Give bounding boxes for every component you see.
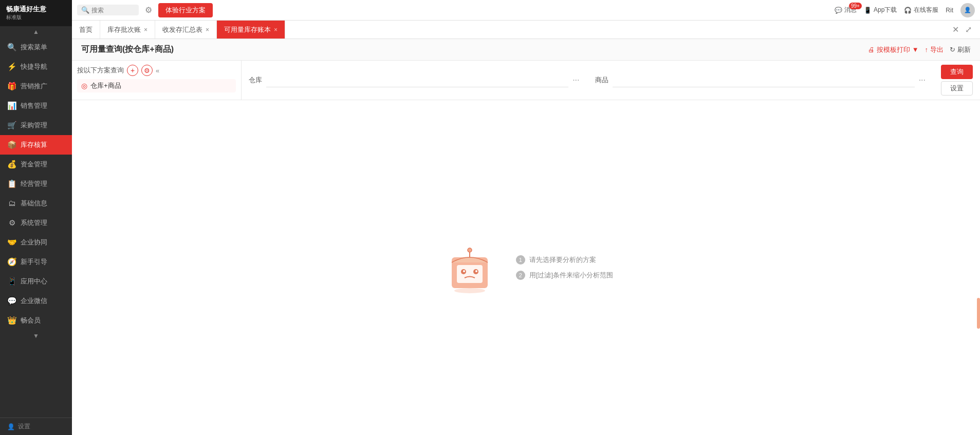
sidebar-item-operations[interactable]: 📋 经营管理 bbox=[0, 174, 72, 194]
service-icon: 🎧 bbox=[904, 7, 912, 14]
page-actions: 🖨 按模板打印 ▼ ↑ 导出 ↻ 刷新 bbox=[868, 45, 971, 54]
close-window-button[interactable]: ✕ bbox=[949, 25, 962, 34]
expand-window-button[interactable]: ⤢ bbox=[962, 25, 975, 34]
hint-text-2: 用[过滤]条件来缩小分析范围 bbox=[529, 271, 613, 280]
tab-close-1[interactable]: × bbox=[144, 26, 147, 33]
sidebar-item-onboarding[interactable]: 🧭 新手引导 bbox=[0, 252, 72, 272]
sidebar-label-shortcuts: 快捷导航 bbox=[21, 62, 47, 71]
sales-icon: 📊 bbox=[7, 101, 16, 110]
filter-scheme-panel: 按以下方案查询 + ⚙ « ◎ 仓库+商品 bbox=[72, 61, 242, 100]
sidebar-item-appstore[interactable]: 📱 应用中心 bbox=[0, 272, 72, 291]
avatar-icon: 👤 bbox=[964, 7, 971, 13]
tab-label-2: 收发存汇总表 bbox=[162, 25, 202, 34]
sidebar-item-wechat[interactable]: 💬 企业微信 bbox=[0, 291, 72, 311]
print-icon: 🖨 bbox=[868, 46, 875, 53]
tab-close-3[interactable]: × bbox=[274, 26, 278, 33]
tab-window-controls: ✕ ⤢ bbox=[949, 25, 975, 34]
product-more-button[interactable]: ··· bbox=[919, 75, 926, 85]
system-icon: ⚙ bbox=[7, 218, 16, 228]
trial-industry-button[interactable]: 体验行业方案 bbox=[158, 3, 213, 17]
sidebar-item-sales[interactable]: 📊 销售管理 bbox=[0, 96, 72, 116]
collapse-button[interactable]: « bbox=[156, 67, 159, 74]
scheme-settings-button[interactable]: ⚙ bbox=[141, 65, 153, 76]
topbar-gear-icon[interactable]: ⚙ bbox=[143, 3, 154, 17]
filter-fields: 仓库 ··· 商品 ··· 查询 设置 bbox=[242, 61, 980, 100]
sidebar-label-wechat: 企业微信 bbox=[21, 296, 47, 306]
sidebar-item-finance[interactable]: 💰 资金管理 bbox=[0, 155, 72, 174]
topbar-search-box[interactable]: 🔍 bbox=[77, 5, 139, 15]
hint-num-2: 2 bbox=[516, 271, 525, 280]
sidebar-label-purchase: 采购管理 bbox=[21, 121, 47, 130]
sidebar-bottom: 👤 设置 bbox=[0, 418, 72, 435]
sidebar-items-container: 🔍 搜索菜单 ⚡ 快捷导航 🎁 营销推广 📊 销售管理 🛒 采购管理 📦 库存核… bbox=[0, 37, 72, 330]
sidebar-scroll-up[interactable]: ▲ bbox=[0, 26, 72, 37]
sidebar-bottom-icon: 👤 bbox=[7, 423, 15, 430]
online-service-button[interactable]: 🎧 在线客服 bbox=[904, 6, 938, 14]
tab-0[interactable]: 首页 bbox=[72, 21, 100, 39]
export-button[interactable]: ↑ 导出 bbox=[925, 45, 944, 54]
filter-panel: 按以下方案查询 + ⚙ « ◎ 仓库+商品 仓库 ··· 商品 ··· bbox=[72, 61, 980, 100]
service-label: 在线客服 bbox=[914, 6, 938, 14]
sidebar-item-marketing[interactable]: 🎁 营销推广 bbox=[0, 77, 72, 96]
sidebar-label-enterprise: 企业协同 bbox=[21, 238, 47, 247]
tab-label-1: 库存批次账 bbox=[107, 25, 141, 34]
vip-icon: 👑 bbox=[7, 316, 16, 325]
sidebar-scroll-down[interactable]: ▼ bbox=[0, 330, 72, 342]
sidebar-item-system[interactable]: ⚙ 系统管理 bbox=[0, 213, 72, 233]
sidebar-label-operations: 经营管理 bbox=[21, 179, 47, 188]
sidebar-item-shortcuts[interactable]: ⚡ 快捷导航 bbox=[0, 57, 72, 77]
marketing-icon: 🎁 bbox=[7, 82, 16, 91]
tab-2[interactable]: 收发存汇总表× bbox=[155, 21, 217, 39]
appstore-icon: 📱 bbox=[7, 277, 16, 286]
print-template-button[interactable]: 🖨 按模板打印 ▼ bbox=[868, 45, 919, 54]
main-content: 🔍 ⚙ 体验行业方案 💬 消息 99+ 📱 App下载 🎧 在线客服 Rit 👤 bbox=[72, 0, 980, 435]
wechat-icon: 💬 bbox=[7, 296, 16, 306]
message-icon: 💬 bbox=[835, 7, 842, 14]
query-button[interactable]: 查询 bbox=[941, 65, 973, 79]
message-button[interactable]: 💬 消息 99+ bbox=[835, 6, 857, 14]
hint-text-1: 请先选择要分析的方案 bbox=[529, 255, 596, 264]
scheme-warehouse-product[interactable]: ◎ 仓库+商品 bbox=[77, 79, 236, 92]
warehouse-input[interactable] bbox=[266, 73, 568, 87]
product-input[interactable] bbox=[613, 73, 915, 87]
page-title: 可用量查询(按仓库+商品) bbox=[81, 44, 174, 55]
product-label: 商品 bbox=[595, 75, 608, 85]
warehouse-more-button[interactable]: ··· bbox=[572, 75, 579, 85]
sidebar-label-vip: 畅会员 bbox=[21, 316, 41, 325]
tab-1[interactable]: 库存批次账× bbox=[100, 21, 155, 39]
sidebar-label-system: 系统管理 bbox=[21, 218, 47, 228]
export-icon: ↑ bbox=[925, 46, 929, 53]
filter-scheme-header: 按以下方案查询 + ⚙ « bbox=[77, 65, 236, 76]
sidebar-item-purchase[interactable]: 🛒 采购管理 bbox=[0, 116, 72, 135]
app-download-button[interactable]: 📱 App下载 bbox=[864, 6, 897, 14]
tab-close-2[interactable]: × bbox=[206, 26, 209, 33]
svg-point-5 bbox=[475, 270, 477, 272]
add-scheme-button[interactable]: + bbox=[127, 65, 138, 76]
sidebar-label-marketing: 营销推广 bbox=[21, 82, 47, 91]
username-display: Rit bbox=[946, 7, 953, 14]
filter-settings-button[interactable]: 设置 bbox=[941, 81, 973, 96]
scheme-item-label: 仓库+商品 bbox=[90, 81, 121, 90]
empty-svg bbox=[439, 237, 501, 298]
print-label: 按模板打印 bbox=[877, 45, 910, 54]
sidebar-item-basic[interactable]: 🗂 基础信息 bbox=[0, 194, 72, 213]
refresh-button[interactable]: ↻ 刷新 bbox=[950, 45, 971, 54]
app-icon: 📱 bbox=[864, 7, 872, 14]
right-scrollbar-hint[interactable] bbox=[977, 298, 980, 329]
sidebar-item-inventory[interactable]: 📦 库存核算 bbox=[0, 135, 72, 155]
sidebar-item-enterprise[interactable]: 🤝 企业协同 bbox=[0, 233, 72, 252]
topbar-right: 💬 消息 99+ 📱 App下载 🎧 在线客服 Rit 👤 bbox=[835, 3, 975, 17]
user-avatar[interactable]: 👤 bbox=[960, 3, 975, 17]
tab-3[interactable]: 可用量库存账本× bbox=[217, 21, 285, 39]
print-chevron: ▼ bbox=[912, 46, 919, 53]
search-icon: 🔍 bbox=[81, 6, 89, 14]
warehouse-label: 仓库 bbox=[249, 75, 262, 85]
hint-item-1: 1 请先选择要分析的方案 bbox=[516, 255, 613, 264]
svg-point-4 bbox=[463, 270, 465, 272]
refresh-icon: ↻ bbox=[950, 46, 955, 53]
search-input[interactable] bbox=[91, 7, 133, 14]
sidebar: 畅康通好生意 标准版 ▲ 🔍 搜索菜单 ⚡ 快捷导航 🎁 营销推广 📊 销售管理… bbox=[0, 0, 72, 435]
sidebar-item-search[interactable]: 🔍 搜索菜单 bbox=[0, 37, 72, 57]
sidebar-item-vip[interactable]: 👑 畅会员 bbox=[0, 311, 72, 330]
warehouse-filter-field: 仓库 ··· bbox=[249, 73, 580, 87]
